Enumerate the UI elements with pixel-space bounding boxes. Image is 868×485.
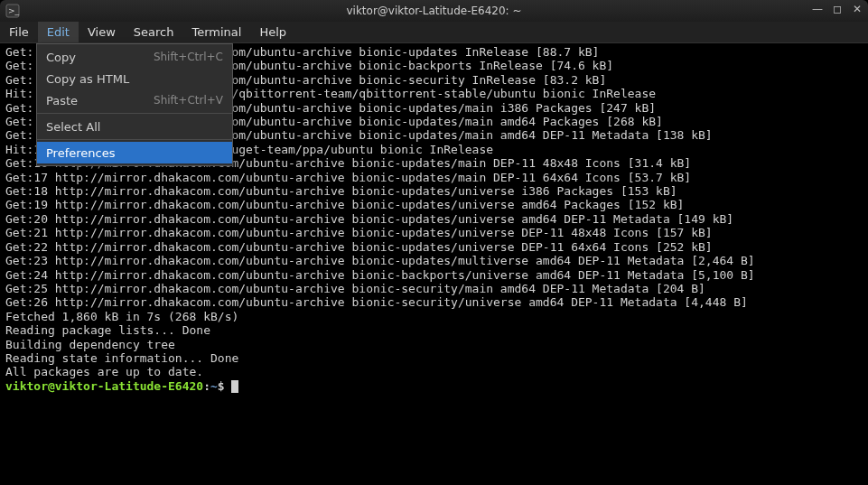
menu-select-all-label: Select All	[46, 120, 100, 134]
terminal-line: Reading package lists... Done	[5, 323, 864, 337]
menu-edit[interactable]: Edit	[38, 22, 79, 42]
close-button[interactable]: ✕	[850, 3, 864, 17]
terminal-line: Building dependency tree	[5, 338, 864, 351]
prompt-user-host: viktor@viktor-Latitude-E6420	[5, 379, 203, 393]
menu-paste-label: Paste	[46, 94, 78, 107]
menu-help[interactable]: Help	[250, 22, 295, 42]
prompt-line: viktor@viktor-Latitude-E6420:~$	[5, 379, 864, 393]
terminal-line: Get:20 http://mirror.dhakacom.com/ubuntu…	[5, 212, 864, 226]
terminal-line: Get:26 http://mirror.dhakacom.com/ubuntu…	[5, 295, 864, 309]
menu-copy-html[interactable]: Copy as HTML	[37, 68, 232, 89]
prompt-colon: :	[203, 379, 210, 393]
menu-paste[interactable]: Paste Shift+Ctrl+V	[37, 89, 232, 111]
terminal-line: Get:17 http://mirror.dhakacom.com/ubuntu…	[5, 171, 864, 184]
menu-preferences-label: Preferences	[46, 146, 115, 160]
menu-copy[interactable]: Copy Shift+Ctrl+C	[37, 46, 232, 68]
menu-copy-shortcut: Shift+Ctrl+C	[154, 51, 223, 63]
menu-separator	[37, 139, 232, 140]
window-titlebar: >_ viktor@viktor-Latitude-E6420: ~ — ◻ ✕	[0, 0, 868, 22]
terminal-line: Get:19 http://mirror.dhakacom.com/ubuntu…	[5, 198, 864, 211]
window-controls: — ◻ ✕	[810, 3, 864, 17]
menu-terminal[interactable]: Terminal	[182, 22, 250, 42]
terminal-line: Get:22 http://mirror.dhakacom.com/ubuntu…	[5, 240, 864, 254]
edit-dropdown: Copy Shift+Ctrl+C Copy as HTML Paste Shi…	[36, 43, 233, 166]
terminal-line: Get:23 http://mirror.dhakacom.com/ubuntu…	[5, 254, 864, 267]
terminal-line: Get:25 http://mirror.dhakacom.com/ubuntu…	[5, 282, 864, 295]
terminal-icon: >_	[5, 4, 20, 18]
maximize-button[interactable]: ◻	[830, 3, 845, 17]
window-title: viktor@viktor-Latitude-E6420: ~	[346, 5, 521, 17]
menu-copy-html-label: Copy as HTML	[46, 72, 129, 86]
cursor	[231, 380, 238, 393]
terminal-line: All packages are up to date.	[5, 365, 864, 378]
menu-select-all[interactable]: Select All	[37, 116, 232, 137]
terminal-line: Get:21 http://mirror.dhakacom.com/ubuntu…	[5, 226, 864, 239]
prompt-path: ~	[210, 379, 218, 393]
terminal-line: Get:18 http://mirror.dhakacom.com/ubuntu…	[5, 184, 864, 198]
menu-file[interactable]: File	[0, 22, 38, 42]
menu-copy-label: Copy	[46, 51, 76, 64]
minimize-button[interactable]: —	[810, 3, 825, 17]
menu-search[interactable]: Search	[125, 22, 183, 42]
svg-text:>_: >_	[8, 6, 20, 15]
menu-paste-shortcut: Shift+Ctrl+V	[154, 94, 223, 107]
menu-view[interactable]: View	[79, 22, 125, 42]
menu-preferences[interactable]: Preferences	[37, 142, 232, 163]
prompt-dollar: $	[218, 379, 232, 393]
menubar: File Edit View Search Terminal Help	[0, 22, 868, 43]
terminal-line: Fetched 1,860 kB in 7s (268 kB/s)	[5, 310, 864, 323]
terminal-line: Reading state information... Done	[5, 351, 864, 365]
terminal-line: Get:24 http://mirror.dhakacom.com/ubuntu…	[5, 268, 864, 282]
menu-separator	[37, 113, 232, 114]
